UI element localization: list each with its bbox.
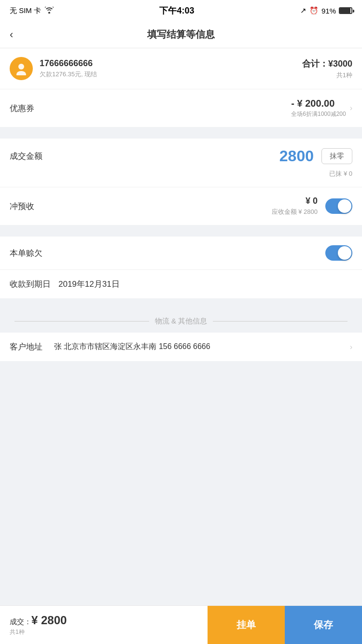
battery-icon <box>339 7 352 14</box>
total-count: 共1种 <box>302 71 352 80</box>
status-left: 无 SIM 卡 <box>10 6 54 15</box>
content: 17666666666 欠款1276.35元, 现结 合计：¥3000 共1种 … <box>0 48 362 473</box>
customer-phone: 17666666666 <box>40 58 97 69</box>
alarm-icon: ⏰ <box>309 6 319 15</box>
bottom-summary: 成交：¥ 2800 共1种 <box>0 614 208 636</box>
precharge-right: ¥ 0 应收金额 ¥ 2800 <box>272 196 352 216</box>
logistics-text: 物流 & 其他信息 <box>155 317 207 326</box>
coupon-right: - ¥ 200.00 全场6折满1000减200 › <box>291 98 352 118</box>
deal-right: 2800 抹零 <box>279 147 352 165</box>
credit-toggle[interactable] <box>325 245 352 261</box>
save-button[interactable]: 保存 <box>285 606 362 644</box>
precharge-values: ¥ 0 应收金额 ¥ 2800 <box>272 196 318 216</box>
deal-label: 成交金额 <box>10 151 42 162</box>
precharge-row: 冲预收 ¥ 0 应收金额 ¥ 2800 <box>0 187 362 225</box>
sim-label: 无 SIM 卡 <box>10 6 41 15</box>
precharge-toggle[interactable] <box>325 198 352 214</box>
gray-area <box>0 367 362 425</box>
deal-amount-value: 2800 <box>279 147 314 165</box>
avatar <box>10 57 33 80</box>
toggle-knob <box>338 199 351 213</box>
deal-section: 成交金额 2800 抹零 已抹 ¥ 0 <box>0 139 362 187</box>
duedate-label: 收款到期日 <box>10 279 51 290</box>
customer-row: 17666666666 欠款1276.35元, 现结 合计：¥3000 共1种 <box>0 48 362 89</box>
credit-label: 本单赊欠 <box>10 248 42 259</box>
address-chevron-icon: › <box>350 343 352 351</box>
coupon-row[interactable]: 优惠券 - ¥ 200.00 全场6折满1000减200 › <box>0 89 362 127</box>
duedate-row: 收款到期日 2019年12月31日 <box>10 279 352 290</box>
credit-toggle-knob <box>338 246 351 260</box>
separator-3 <box>0 304 362 310</box>
credit-card: 本单赊欠 收款到期日 2019年12月31日 <box>0 237 362 298</box>
battery-percent: 91% <box>321 7 336 15</box>
precharge-amount: ¥ 0 <box>272 196 318 206</box>
bottom-deal-label: 成交：¥ 2800 <box>10 614 198 627</box>
customer-right: 合计：¥3000 共1种 <box>302 58 352 80</box>
location-icon: ↗ <box>300 6 306 15</box>
address-card[interactable]: 客户地址 张 北京市市辖区海淀区永丰南 156 6666 6666 › <box>0 333 362 361</box>
wifi-icon <box>45 7 54 15</box>
customer-sub: 欠款1276.35元, 现结 <box>40 70 97 79</box>
round-button[interactable]: 抹零 <box>321 148 352 164</box>
deal-sub: 已抹 ¥ 0 <box>329 170 352 177</box>
address-value: 张 北京市市辖区海淀区永丰南 156 6666 6666 <box>54 342 350 352</box>
separator-2 <box>0 231 362 237</box>
coupon-label: 优惠券 <box>10 103 34 114</box>
bottom-bar: 成交：¥ 2800 共1种 挂单 保存 <box>0 605 362 644</box>
coupon-discount: - ¥ 200.00 <box>291 98 346 109</box>
customer-info: 17666666666 欠款1276.35元, 现结 <box>40 58 97 79</box>
coupon-desc: 全场6折满1000减200 <box>291 110 346 118</box>
coupon-chevron-icon: › <box>350 104 352 112</box>
total-amount: 合计：¥3000 <box>302 58 352 70</box>
credit-section: 本单赊欠 <box>0 237 362 269</box>
status-time: 下午4:03 <box>159 5 194 16</box>
separator-1 <box>0 133 362 139</box>
svg-point-1 <box>16 71 26 75</box>
page-title: 填写结算等信息 <box>147 28 215 41</box>
bottom-count: 共1种 <box>10 628 198 636</box>
deal-card: 成交金额 2800 抹零 已抹 ¥ 0 冲预收 ¥ 0 应收金额 ¥ 2800 <box>0 139 362 225</box>
address-label: 客户地址 <box>10 341 42 352</box>
precharge-label: 冲预收 <box>10 201 34 212</box>
back-button[interactable]: ‹ <box>10 28 27 41</box>
bottom-deal-prefix: 成交： <box>10 617 31 626</box>
deal-row: 成交金额 2800 抹零 <box>10 147 352 165</box>
customer-card: 17666666666 欠款1276.35元, 现结 合计：¥3000 共1种 … <box>0 48 362 127</box>
status-right: ↗ ⏰ 91% <box>300 6 352 15</box>
hold-button[interactable]: 挂单 <box>208 606 285 644</box>
duedate-section: 收款到期日 2019年12月31日 <box>0 269 362 298</box>
duedate-value: 2019年12月31日 <box>58 279 120 290</box>
logistics-divider: 物流 & 其他信息 <box>0 310 362 333</box>
status-bar: 无 SIM 卡 下午4:03 ↗ ⏰ 91% <box>0 0 362 21</box>
nav-bar: ‹ 填写结算等信息 <box>0 21 362 48</box>
precharge-sub: 应收金额 ¥ 2800 <box>272 208 318 216</box>
customer-left: 17666666666 欠款1276.35元, 现结 <box>10 57 97 80</box>
bottom-deal-amount: ¥ 2800 <box>31 614 67 627</box>
svg-point-0 <box>18 64 24 70</box>
address-section[interactable]: 客户地址 张 北京市市辖区海淀区永丰南 156 6666 6666 › <box>0 333 362 361</box>
